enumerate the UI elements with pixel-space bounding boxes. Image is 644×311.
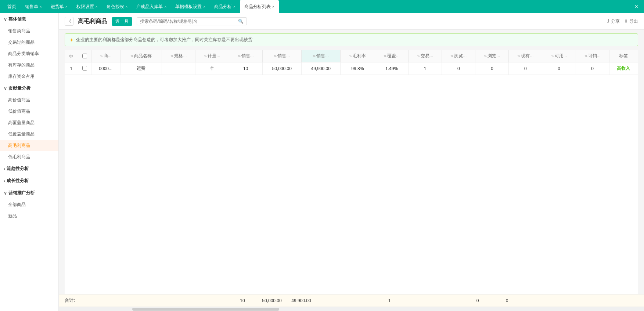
col-sales1-sort-icon: ⇅: [238, 54, 241, 58]
col-stock1-sort-icon: ⇅: [517, 54, 520, 58]
expand-icon: ›: [4, 166, 5, 171]
col-settings[interactable]: ⚙: [65, 50, 78, 62]
sidebar-section-trend[interactable]: › 流趋性分析: [0, 163, 58, 175]
nav-tab-home[interactable]: 首页: [3, 0, 21, 13]
select-all-checkbox[interactable]: [82, 54, 87, 58]
footer-label: 合计:: [65, 297, 75, 304]
row-sales1: 10: [229, 62, 262, 75]
export-button[interactable]: ⬇ 导出: [624, 18, 638, 25]
col-coverage-sort-icon: ⇅: [384, 54, 386, 58]
sidebar-item-sales-goods[interactable]: 销售类商品: [0, 25, 58, 37]
close-icon[interactable]: ×: [126, 5, 128, 9]
col-stock1[interactable]: ⇅ 现有...: [509, 50, 542, 62]
search-input[interactable]: [140, 19, 236, 24]
close-icon[interactable]: ×: [65, 5, 68, 9]
sidebar-item-category-rate[interactable]: 商品分类助销率: [0, 48, 58, 59]
close-icon[interactable]: ×: [233, 5, 235, 9]
header-actions: ⤴ 分享 ⬇ 导出: [607, 18, 638, 25]
col-sales1[interactable]: ⇅ 销售...: [229, 50, 262, 62]
col-unit-sort-icon: ⇅: [204, 54, 207, 58]
sidebar-item-stock-capital[interactable]: 库存资金占用: [0, 71, 58, 82]
col-name-sort-icon: ⇅: [130, 54, 133, 58]
sidebar-item-in-stock[interactable]: 有库存的商品: [0, 59, 58, 71]
date-filter-button[interactable]: 近一月: [112, 17, 132, 26]
col-coverage[interactable]: ⇅ 覆盖...: [375, 50, 409, 62]
col-stock2[interactable]: ⇅ 可用...: [542, 50, 576, 62]
col-gross-rate[interactable]: ⇅ 毛利率: [340, 50, 375, 62]
close-icon[interactable]: ×: [96, 5, 98, 9]
footer-sales1: 10: [228, 298, 257, 303]
close-icon[interactable]: ×: [272, 5, 274, 9]
sidebar-item-low-coverage[interactable]: 低覆盖量商品: [0, 129, 58, 140]
row-tag: 高收入: [609, 62, 638, 75]
search-box[interactable]: 🔍: [137, 17, 247, 25]
close-all-button[interactable]: ×: [632, 3, 641, 10]
col-sales3-sort-icon: ⇅: [313, 54, 316, 58]
col-tag[interactable]: 标签: [609, 50, 638, 62]
nav-tab-analysis-list[interactable]: 商品分析列表 ×: [240, 0, 279, 13]
col-name[interactable]: ⇅ 商品名称: [120, 50, 162, 62]
horizontal-scrollbar[interactable]: [59, 307, 644, 311]
sidebar-item-new-goods[interactable]: 新品: [0, 210, 58, 222]
data-table: ⚙ ⇅ 商... ⇅: [65, 50, 638, 75]
col-views2[interactable]: ⇅ 浏览...: [475, 50, 509, 62]
row-stock1: 0: [509, 62, 542, 75]
nav-tab-purchase[interactable]: 进货单 ×: [46, 0, 72, 13]
sidebar-item-high-coverage[interactable]: 高覆盖量商品: [0, 117, 58, 129]
footer-sales3: 49,900.00: [287, 298, 316, 303]
col-sales2-sort-icon: ⇅: [274, 54, 277, 58]
col-spec[interactable]: ⇅ 规格...: [162, 50, 195, 62]
nav-tab-sales[interactable]: 销售单 ×: [21, 0, 46, 13]
nav-tab-template[interactable]: 单据模板设置 ×: [171, 0, 210, 13]
info-banner: ✦ 企业的主要的利润都是这部分商品创造的，可考虑加大推广，同时关注库存是不要出现…: [65, 33, 638, 46]
sidebar-section-growth[interactable]: › 成长性分析: [0, 175, 58, 187]
row-spec: [162, 62, 195, 75]
scrollbar-thumb[interactable]: [132, 308, 279, 311]
row-checkbox[interactable]: [78, 62, 91, 75]
nav-tab-roles[interactable]: 角色授权 ×: [102, 0, 132, 13]
col-sales3[interactable]: ⇅ 销售...: [301, 50, 340, 62]
sidebar-item-high-margin[interactable]: 高毛利商品: [0, 140, 58, 151]
sidebar-item-all-goods[interactable]: 全部商品: [0, 199, 58, 210]
footer-stock1: 0: [463, 298, 492, 303]
close-icon[interactable]: ×: [164, 5, 166, 9]
collapse-button[interactable]: 《: [65, 17, 73, 26]
row-index: 1: [65, 62, 78, 75]
close-icon[interactable]: ×: [40, 5, 42, 9]
expand-icon: ∨: [4, 86, 7, 91]
nav-tab-analysis[interactable]: 商品分析 ×: [210, 0, 240, 13]
sidebar: ∨ 整体信息 销售类商品 交易过的商品 商品分类助销率 有库存的商品 库存资金占…: [0, 13, 59, 311]
row-unit: 个: [195, 62, 229, 75]
close-icon[interactable]: ×: [203, 5, 205, 9]
col-views1[interactable]: ⇅ 浏览...: [442, 50, 475, 62]
row-views1: 0: [442, 62, 475, 75]
col-gross-sort-icon: ⇅: [349, 54, 352, 58]
sidebar-item-high-value[interactable]: 高价值商品: [0, 94, 58, 106]
col-unit[interactable]: ⇅ 计量...: [195, 50, 229, 62]
expand-icon: ∨: [4, 17, 7, 22]
table-header-row: ⚙ ⇅ 商... ⇅: [65, 50, 638, 62]
sidebar-section-marketing[interactable]: ∨ 营销推广分析: [0, 187, 58, 199]
col-views2-sort-icon: ⇅: [484, 54, 487, 58]
col-checkbox[interactable]: [78, 50, 91, 62]
sidebar-section-contribution[interactable]: ∨ 贡献量分析: [0, 82, 58, 94]
share-button[interactable]: ⤴ 分享: [607, 18, 620, 25]
col-transactions[interactable]: ⇅ 交易...: [409, 50, 442, 62]
col-code[interactable]: ⇅ 商...: [91, 50, 120, 62]
nav-tab-storage[interactable]: 产成品入库单 ×: [132, 0, 171, 13]
sidebar-item-traded-goods[interactable]: 交易过的商品: [0, 37, 58, 48]
sidebar-section-overall[interactable]: ∨ 整体信息: [0, 13, 58, 25]
footer-summary: 合计: 10 50,000.00 49,900.00 1 0 0: [59, 294, 644, 307]
table-container[interactable]: ⚙ ⇅ 商... ⇅: [65, 50, 638, 294]
row-views2: 0: [475, 62, 509, 75]
search-icon[interactable]: 🔍: [238, 19, 244, 24]
col-tx-sort-icon: ⇅: [417, 54, 420, 58]
row-stock3: 0: [576, 62, 609, 75]
col-sales2[interactable]: ⇅ 销售...: [262, 50, 301, 62]
sidebar-item-low-margin[interactable]: 低毛利商品: [0, 151, 58, 163]
nav-tab-permissions[interactable]: 权限设置 ×: [72, 0, 102, 13]
col-views1-sort-icon: ⇅: [450, 54, 453, 58]
sidebar-item-low-value[interactable]: 低价值商品: [0, 106, 58, 117]
col-stock3[interactable]: ⇅ 可销...: [576, 50, 609, 62]
table-row: 1 0000... 运费 个 10 50,000.00 49,900.00 99…: [65, 62, 638, 75]
